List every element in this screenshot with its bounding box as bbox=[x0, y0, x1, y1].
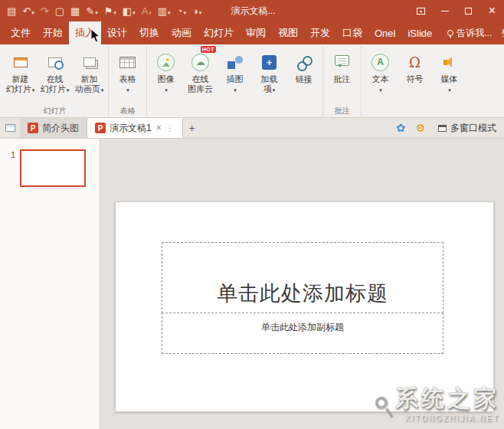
paste-button[interactable]: ▥ bbox=[155, 2, 174, 20]
tab-slideshow[interactable]: 幻灯片 bbox=[198, 21, 240, 44]
button-label: 在线幻灯片 bbox=[41, 74, 70, 95]
document-tab-bar: P 简介头图 P 演示文稿1 ⋮ ✿ ⚙ 多窗口模式 bbox=[0, 118, 504, 139]
image-icon bbox=[157, 54, 175, 71]
tab-home[interactable]: 开始 bbox=[37, 21, 69, 44]
tab-design[interactable]: 设计 bbox=[101, 21, 133, 44]
subtitle-placeholder[interactable]: 单击此处添加副标题 bbox=[162, 313, 443, 354]
addins-icon bbox=[262, 55, 277, 70]
plugin-button[interactable]: ✿ bbox=[391, 118, 411, 138]
ribbon-display-options-button[interactable] bbox=[409, 0, 433, 21]
slide-canvas[interactable]: 单击此处添加标题 单击此处添加副标题 bbox=[115, 201, 494, 412]
ribbon-group-table: 表格 表格 bbox=[108, 46, 146, 117]
tab-transitions[interactable]: 切换 bbox=[133, 21, 165, 44]
workspace-button[interactable] bbox=[0, 118, 20, 138]
fill-color-button[interactable]: ◧ bbox=[119, 2, 139, 20]
links-button[interactable]: 链接 bbox=[286, 46, 321, 84]
editing-canvas: 单击此处添加标题 单击此处添加副标题 系统之家 XITONGZHIJIA.NET bbox=[100, 139, 504, 429]
button-label: 文本 bbox=[372, 74, 389, 95]
tab-developer[interactable]: 开发 bbox=[304, 21, 336, 44]
tab-options-icon[interactable]: ⋮ bbox=[166, 124, 175, 133]
document-tab-label: 简介头图 bbox=[42, 122, 79, 135]
tab-onekey[interactable]: Onel bbox=[368, 21, 401, 44]
ribbon-group-media-insert: 图像 HOT 在线图库云 插图 加载项 链接 bbox=[146, 46, 322, 117]
maximize-icon bbox=[465, 8, 472, 15]
close-tab-icon[interactable] bbox=[155, 123, 162, 133]
tab-view[interactable]: 视图 bbox=[272, 21, 304, 44]
group-label-comments: 批注 bbox=[325, 106, 359, 117]
tab-islide[interactable]: iSlide bbox=[401, 21, 438, 44]
maximize-button[interactable] bbox=[457, 0, 480, 21]
tab-review[interactable]: 审阅 bbox=[240, 21, 272, 44]
redo-icon: ↷ bbox=[41, 5, 49, 17]
link-icon bbox=[296, 54, 313, 70]
theme-icon: ◑ bbox=[192, 5, 198, 17]
online-slides-button[interactable]: 在线幻灯片 bbox=[38, 46, 72, 95]
button-label: 链接 bbox=[296, 74, 313, 84]
font-color-button[interactable]: A bbox=[139, 2, 155, 20]
window-icon bbox=[438, 125, 447, 132]
text-box-button[interactable]: 文本 bbox=[363, 46, 398, 95]
shape-mode-icon: ◔ bbox=[177, 5, 183, 17]
table-button[interactable]: 表格 bbox=[110, 46, 145, 95]
minimize-button[interactable] bbox=[433, 0, 457, 21]
window-controls bbox=[409, 0, 504, 21]
ribbon-display-options-icon bbox=[417, 8, 425, 15]
symbols-button[interactable]: 符号 bbox=[398, 46, 432, 84]
tab-pocket[interactable]: 口袋 bbox=[336, 21, 368, 44]
flag-button[interactable]: ⚑ bbox=[101, 2, 119, 20]
font-color-icon: A bbox=[142, 5, 149, 17]
slide-number: 1 bbox=[8, 149, 15, 159]
keyboard-icon: ▦ bbox=[70, 5, 80, 17]
media-button[interactable]: 媒体 bbox=[432, 46, 466, 95]
settings-button[interactable]: ⚙ bbox=[411, 118, 430, 138]
comment-button[interactable]: 批注 bbox=[325, 46, 359, 84]
chevron-down-icon bbox=[164, 84, 168, 93]
tab-file[interactable]: 文件 bbox=[5, 21, 37, 44]
close-button[interactable] bbox=[480, 0, 504, 21]
shape-mode-button[interactable]: ◔ bbox=[174, 2, 189, 20]
chevron-down-icon bbox=[167, 5, 171, 17]
new-file-button[interactable]: ▢ bbox=[52, 2, 67, 20]
tab-animations[interactable]: 动画 bbox=[165, 21, 198, 44]
chevron-down-icon bbox=[233, 84, 237, 93]
fill-color-icon: ◧ bbox=[123, 5, 132, 17]
new-slide-button[interactable]: 新建幻灯片 bbox=[3, 46, 38, 95]
multi-window-mode-button[interactable]: 多窗口模式 bbox=[430, 118, 504, 138]
sign-in-button[interactable]: 登录 bbox=[496, 27, 504, 40]
text-box-icon bbox=[371, 54, 389, 71]
undo-button[interactable]: ↶ bbox=[19, 2, 37, 20]
comment-icon bbox=[335, 55, 349, 66]
close-icon bbox=[489, 5, 496, 17]
chevron-down-icon bbox=[126, 84, 129, 93]
new-file-icon: ▢ bbox=[55, 5, 64, 17]
button-label: 媒体 bbox=[441, 74, 458, 95]
tell-me-label: 告诉我... bbox=[457, 27, 492, 40]
tell-me-box[interactable]: 告诉我... bbox=[443, 21, 496, 44]
button-label: 插图 bbox=[227, 74, 244, 95]
hot-badge: HOT bbox=[201, 46, 216, 53]
theme-button[interactable]: ◑ bbox=[189, 2, 205, 20]
illustrations-button[interactable]: 插图 bbox=[218, 46, 252, 95]
document-tab-active[interactable]: P 演示文稿1 ⋮ bbox=[87, 118, 183, 138]
new-tab-button[interactable] bbox=[183, 118, 201, 138]
group-label-table: 表格 bbox=[110, 106, 145, 117]
workspace-icon bbox=[5, 124, 15, 132]
save-icon[interactable]: ▤ bbox=[4, 2, 19, 20]
format-brush-button[interactable]: ✎ bbox=[83, 2, 100, 20]
cloud-gallery-icon bbox=[191, 54, 209, 71]
account-area: 登录 共享 bbox=[496, 21, 504, 44]
slide-thumbnail[interactable] bbox=[20, 149, 86, 187]
addins-button[interactable]: 加载项 bbox=[252, 46, 286, 95]
chevron-down-icon bbox=[272, 84, 276, 93]
online-gallery-button[interactable]: HOT 在线图库云 bbox=[183, 46, 218, 94]
group-label-insert bbox=[149, 106, 321, 117]
redo-button[interactable]: ↷ bbox=[38, 2, 52, 20]
keyboard-button[interactable]: ▦ bbox=[67, 2, 83, 20]
images-button[interactable]: 图像 bbox=[149, 46, 183, 95]
title-placeholder[interactable]: 单击此处添加标题 bbox=[162, 242, 443, 313]
format-brush-icon: ✎ bbox=[86, 5, 94, 17]
presentation-app-window: ▤ ↶ ↷ ▢ ▦ ✎ ⚑ ◧ A ▥ ◔ ◑ 演示文稿... 文件 开始 插入… bbox=[0, 0, 504, 429]
new-animation-page-button[interactable]: 新加动画页 bbox=[72, 46, 106, 95]
button-label: 新建幻灯片 bbox=[6, 74, 35, 95]
document-tab-intro[interactable]: P 简介头图 bbox=[20, 118, 87, 138]
